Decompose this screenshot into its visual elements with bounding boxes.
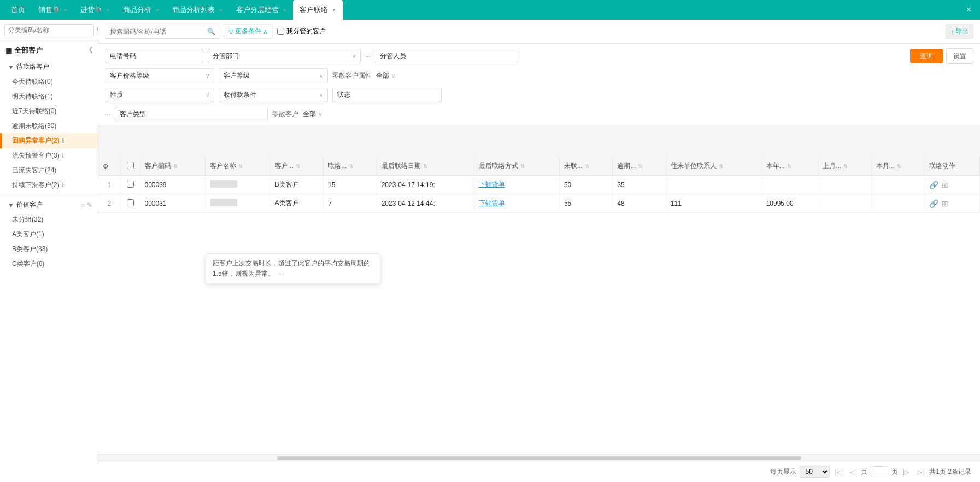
sort-date-icon[interactable]: ⇅ — [423, 163, 427, 169]
col-level[interactable]: 客户... ⇅ — [270, 157, 323, 176]
export-button[interactable]: ↑ 导出 — [946, 24, 973, 39]
sidebar-abnormal-repurchase[interactable]: 回购异常客户(2) ℹ — [0, 133, 98, 148]
nav-customer-contact[interactable]: 客户联络 × — [293, 0, 342, 20]
sort-contact-icon[interactable]: ⇅ — [349, 163, 353, 169]
row4-dots[interactable]: ··· — [105, 111, 110, 118]
col-settings[interactable]: ⚙ — [98, 157, 120, 176]
sidebar-continuous-drop[interactable]: 持续下滑客户(2) ℹ — [0, 178, 98, 193]
customer-price-level-field[interactable]: 客户价格等级 ∨ — [105, 68, 214, 83]
nav-product-analysis[interactable]: 商品分析 × — [116, 0, 166, 20]
my-customers-checkbox[interactable] — [277, 28, 284, 35]
query-button[interactable]: 查询 — [910, 49, 943, 63]
row2-more-icon[interactable]: ⊞ — [942, 199, 948, 208]
sidebar-overdue-contact[interactable]: 逾期未联络(30) — [0, 119, 98, 133]
sidebar-today-contact[interactable]: 今天待联络(0) — [0, 74, 98, 89]
col-code[interactable]: 客户编码 ⇅ — [140, 157, 205, 176]
my-customers-checkbox-label[interactable]: 我分管的客户 — [277, 27, 326, 36]
row1-more-icon[interactable]: ⊞ — [942, 181, 948, 189]
col-last-contact-type[interactable]: 最后联络方式 ⇅ — [474, 157, 559, 176]
scrollbar-thumb[interactable] — [277, 456, 801, 460]
nav-purchase[interactable]: 进货单 × — [74, 0, 116, 20]
row2-last-contact-type[interactable]: 下销货单 — [474, 194, 559, 213]
row1-view-icon[interactable]: 🔗 — [929, 181, 938, 189]
row2-checkbox[interactable] — [127, 199, 134, 206]
nav-customer-tier[interactable]: 客户分层经营 × — [230, 0, 293, 20]
next-page-btn[interactable]: ▷ — [901, 467, 911, 477]
row2-check[interactable] — [120, 194, 140, 213]
value-customers-group[interactable]: ▼ 价值客户 ○ ✎ — [0, 198, 98, 212]
sidebar-7day-contact[interactable]: 近7天待联络(0) — [0, 104, 98, 119]
prev-page-btn[interactable]: ◁ — [848, 467, 858, 477]
branch-person-dots[interactable]: ··· — [365, 53, 371, 60]
page-input[interactable]: 1 — [871, 466, 888, 477]
nav-product-analysis-list[interactable]: 商品分析列表 × — [166, 0, 229, 20]
col-last-contact-date[interactable]: 最后联络日期 ⇅ — [377, 157, 474, 176]
sort-thismonth-icon[interactable]: ⇅ — [897, 163, 901, 169]
setting-button[interactable]: 设置 — [946, 48, 973, 64]
tooltip-more[interactable]: ··· — [278, 270, 284, 277]
nav-customer-contact-close[interactable]: × — [332, 0, 336, 20]
status-field[interactable]: 状态 — [332, 88, 442, 102]
col-contact-count[interactable]: 联络... ⇅ — [324, 157, 377, 176]
sidebar-already-lost[interactable]: 已流失客户(24) — [0, 163, 98, 178]
col-this-year[interactable]: 本年... ⇅ — [761, 157, 818, 176]
sort-year-icon[interactable]: ⇅ — [787, 163, 791, 169]
add-group-icon[interactable]: ✎ — [87, 201, 92, 209]
customer-level-field[interactable]: 客户等级 ∨ — [219, 68, 328, 83]
more-conditions-btn[interactable]: ▽ 更多条件 ∧ — [224, 24, 273, 39]
row1-checkbox[interactable] — [127, 181, 134, 188]
customer-type-field[interactable]: 客户类型 — [115, 107, 268, 121]
close-all-tabs[interactable]: × — [962, 5, 976, 15]
horizontal-scrollbar[interactable] — [98, 454, 980, 461]
sidebar-collapse-btn[interactable]: 《 — [85, 45, 92, 55]
search-icon[interactable]: 🔍 — [204, 28, 219, 36]
edit-group-icon[interactable]: ○ — [81, 201, 85, 209]
row1-contact-link[interactable]: 下销货单 — [479, 181, 505, 188]
nav-sales[interactable]: 销售单 × — [32, 0, 74, 20]
row2-view-icon[interactable]: 🔗 — [929, 199, 938, 208]
sidebar-tomorrow-contact[interactable]: 明天待联络(1) — [0, 89, 98, 104]
branch-dept-field[interactable]: 分管部门 ∨ — [208, 49, 361, 63]
phone-field[interactable]: 电话号码 — [105, 49, 203, 63]
nav-purchase-close[interactable]: × — [106, 0, 109, 20]
loss-warning-info[interactable]: ℹ — [62, 152, 64, 159]
row2-contact-link[interactable]: 下销货单 — [479, 199, 505, 207]
branch-person-field[interactable]: 分管人员 — [375, 49, 517, 63]
row1-check[interactable] — [120, 176, 140, 194]
row2-name[interactable] — [205, 194, 270, 213]
select-all-checkbox[interactable] — [127, 162, 134, 169]
first-page-btn[interactable]: |◁ — [833, 467, 844, 477]
sort-overdue-icon[interactable]: ⇅ — [638, 163, 642, 169]
payment-terms-field[interactable]: 收付款条件 ∨ — [219, 88, 328, 102]
col-overdue[interactable]: 逾期... ⇅ — [613, 157, 666, 176]
sort-level-icon[interactable]: ⇅ — [296, 163, 300, 169]
sidebar-c-customers[interactable]: C类客户(6) — [0, 257, 98, 271]
waiting-contact-group[interactable]: ▼ 待联络客户 — [0, 60, 98, 74]
gender-field[interactable]: 性质 ∨ — [105, 88, 214, 102]
retail-customer-field[interactable]: 零散客户 全部 ∨ — [272, 109, 322, 119]
row1-last-contact-type[interactable]: 下销货单 — [474, 176, 559, 194]
sort-type-icon[interactable]: ⇅ — [520, 163, 525, 169]
sidebar-ungrouped[interactable]: 未分组(32) — [0, 212, 98, 227]
sort-uncontact-icon[interactable]: ⇅ — [585, 163, 589, 169]
sidebar-a-customers[interactable]: A类客户(1) — [0, 227, 98, 242]
col-last-month[interactable]: 上月... ⇅ — [818, 157, 871, 176]
col-not-contacted[interactable]: 未联... ⇅ — [559, 157, 612, 176]
sort-name-icon[interactable]: ⇅ — [238, 163, 243, 169]
per-page-select[interactable]: 20 50 100 — [800, 466, 830, 478]
sidebar-search-input[interactable] — [4, 24, 94, 36]
info-icon[interactable]: ℹ — [62, 137, 64, 144]
nav-customer-tier-close[interactable]: × — [283, 0, 286, 20]
sort-lastmonth-icon[interactable]: ⇅ — [843, 163, 848, 169]
nav-product-analysis-close[interactable]: × — [156, 0, 159, 20]
sort-unit-icon[interactable]: ⇅ — [719, 163, 723, 169]
main-search-input[interactable] — [105, 25, 204, 38]
last-page-btn[interactable]: ▷| — [914, 467, 926, 477]
retail-attribute-field[interactable]: 零散客户属性 全部 ∨ — [332, 71, 395, 80]
row1-name[interactable] — [205, 176, 270, 194]
sort-code-icon[interactable]: ⇅ — [173, 163, 178, 169]
drop-info[interactable]: ℹ — [62, 182, 64, 189]
nav-product-analysis-list-close[interactable]: × — [219, 0, 222, 20]
sidebar-b-customers[interactable]: B类客户(33) — [0, 242, 98, 257]
nav-sales-close[interactable]: × — [64, 0, 67, 20]
